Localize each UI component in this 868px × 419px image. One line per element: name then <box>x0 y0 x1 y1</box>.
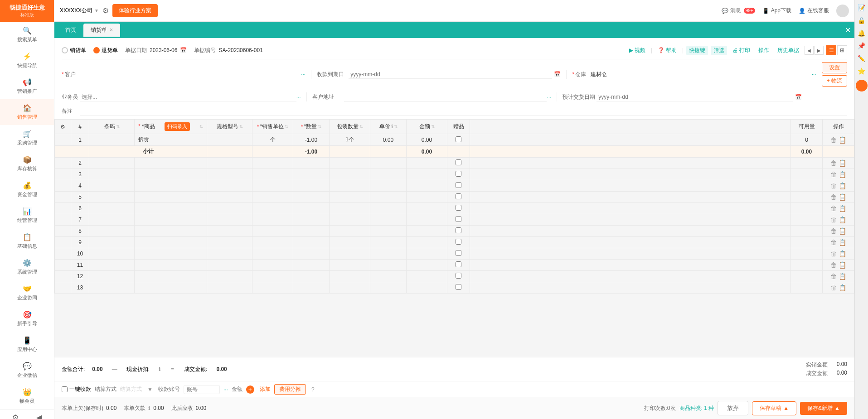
row-gift[interactable] <box>447 158 470 169</box>
sidebar-item-marketing[interactable]: 📢 营销推广 <box>0 73 54 99</box>
sidebar-item-operation[interactable]: 📊 经营管理 <box>0 202 54 228</box>
row-qty[interactable]: -1.00 <box>293 134 330 146</box>
row-delete-btn[interactable]: 🗑 <box>830 227 837 235</box>
gift-checkbox[interactable] <box>456 227 461 233</box>
row-copy-btn[interactable]: 📋 <box>839 284 846 291</box>
row-note[interactable] <box>470 214 791 226</box>
user-avatar[interactable] <box>836 5 849 17</box>
row-barcode[interactable] <box>89 134 135 146</box>
tool-notes-btn[interactable]: 📝 <box>856 2 868 14</box>
company-selector[interactable]: XXXXXX公司 ▼ <box>60 7 99 14</box>
row-amount[interactable] <box>407 271 447 282</box>
customer-addr-ellipsis[interactable]: ··· <box>547 94 551 100</box>
salesperson-ellipsis[interactable]: ··· <box>296 94 301 100</box>
row-spec[interactable] <box>207 248 252 260</box>
row-gift[interactable] <box>447 169 470 180</box>
shortcut-btn[interactable]: 快捷键 <box>686 46 708 55</box>
settings-panel-btn[interactable]: 设置 <box>822 62 847 73</box>
row-unit[interactable] <box>252 282 293 294</box>
warehouse-ellipsis[interactable]: ··· <box>812 71 816 77</box>
view-list-btn[interactable]: ☰ <box>826 45 836 55</box>
tool-bell-btn[interactable]: 🔔 <box>856 27 868 39</box>
row-pkg-qty[interactable]: 1个 <box>330 134 370 146</box>
row-gift[interactable] <box>447 134 470 146</box>
message-item[interactable]: 💬 消息 99+ <box>722 7 755 14</box>
row-unit[interactable] <box>252 260 293 271</box>
due-date-calendar-icon[interactable]: 📅 <box>554 71 561 77</box>
row-gift[interactable] <box>447 237 470 248</box>
row-gift[interactable] <box>447 203 470 214</box>
date-calendar-icon[interactable]: 📅 <box>180 47 187 53</box>
row-unit[interactable] <box>252 237 293 248</box>
row-qty[interactable] <box>293 203 330 214</box>
gift-checkbox[interactable] <box>456 239 461 245</box>
row-qty[interactable] <box>293 226 330 237</box>
customer-addr-input[interactable] <box>344 92 547 102</box>
salesperson-input[interactable] <box>80 93 296 101</box>
row-copy-btn[interactable]: 📋 <box>839 193 846 201</box>
row-copy-btn[interactable]: 📋 <box>839 273 846 280</box>
row-amount[interactable] <box>407 169 447 180</box>
add-payment-label[interactable]: 添加 <box>260 385 271 393</box>
row-spec[interactable] <box>207 226 252 237</box>
row-note[interactable] <box>470 134 791 146</box>
discard-btn[interactable]: 放弃 <box>718 401 748 415</box>
row-delete-btn[interactable]: 🗑 <box>830 273 837 280</box>
row-gift[interactable] <box>447 260 470 271</box>
row-unit[interactable] <box>252 158 293 169</box>
sidebar-settings-icon[interactable]: ⚙ <box>12 413 19 419</box>
row-copy-btn[interactable]: 📋 <box>839 159 846 167</box>
add-payment-btn[interactable]: + <box>246 385 254 394</box>
product-types[interactable]: 商品种类: 1 种 <box>679 405 714 412</box>
gift-checkbox[interactable] <box>456 159 461 165</box>
sidebar-item-member[interactable]: 👑 畅会员 <box>0 383 54 409</box>
fee-split-btn[interactable]: 费用分摊 <box>274 384 306 395</box>
row-product[interactable] <box>135 203 207 214</box>
row-amount[interactable] <box>407 260 447 271</box>
sidebar-item-finance[interactable]: 💰 资金管理 <box>0 177 54 202</box>
row-copy-btn[interactable]: 📋 <box>839 182 846 189</box>
scan-button[interactable]: 扫码录入 <box>165 122 190 131</box>
one-key-pay-checkbox[interactable]: 一键收款 <box>62 385 91 393</box>
gift-checkbox[interactable] <box>456 205 461 211</box>
row-copy-btn[interactable]: 📋 <box>839 171 846 178</box>
row-barcode[interactable] <box>89 237 135 248</box>
row-delete-btn[interactable]: 🗑 <box>830 239 837 246</box>
sidebar-item-system[interactable]: ⚙️ 系统管理 <box>0 254 54 280</box>
row-price[interactable] <box>370 282 407 294</box>
row-note[interactable] <box>470 271 791 282</box>
app-download-item[interactable]: 📱 App下载 <box>762 7 791 14</box>
row-pkg-qty[interactable] <box>330 237 370 248</box>
tool-pin-btn[interactable]: 📌 <box>856 40 868 52</box>
row-product[interactable] <box>135 192 207 203</box>
row-spec[interactable] <box>207 169 252 180</box>
row-product[interactable] <box>135 158 207 169</box>
video-btn[interactable]: ▶ 视频 <box>626 46 648 55</box>
row-note[interactable] <box>470 180 791 192</box>
row-pkg-qty[interactable] <box>330 192 370 203</box>
row-note[interactable] <box>470 248 791 260</box>
save-new-btn[interactable]: 保存&新增 ▲ <box>800 402 847 415</box>
row-product[interactable] <box>135 169 207 180</box>
row-qty[interactable] <box>293 237 330 248</box>
row-gift[interactable] <box>447 282 470 294</box>
gift-checkbox[interactable] <box>456 171 461 177</box>
sidebar-item-appstore[interactable]: 📱 应用中心 <box>0 332 54 357</box>
row-pkg-qty[interactable] <box>330 271 370 282</box>
row-delete-btn[interactable]: 🗑 <box>830 193 837 201</box>
row-unit[interactable] <box>252 271 293 282</box>
row-delete-btn[interactable]: 🗑 <box>830 159 837 167</box>
row-delete-btn[interactable]: 🗑 <box>830 182 837 189</box>
row-qty[interactable] <box>293 214 330 226</box>
row-unit[interactable]: 个 <box>252 134 293 146</box>
due-date-input[interactable] <box>349 70 552 79</box>
view-grid-btn[interactable]: ⊞ <box>837 45 847 55</box>
customer-input[interactable] <box>85 69 300 79</box>
row-note[interactable] <box>470 158 791 169</box>
row-price[interactable] <box>370 158 407 169</box>
row-pkg-qty[interactable] <box>330 214 370 226</box>
row-note[interactable] <box>470 282 791 294</box>
row-price[interactable] <box>370 180 407 192</box>
sidebar-collapse-icon[interactable]: ◀ <box>36 413 42 419</box>
gift-checkbox[interactable] <box>456 136 461 142</box>
